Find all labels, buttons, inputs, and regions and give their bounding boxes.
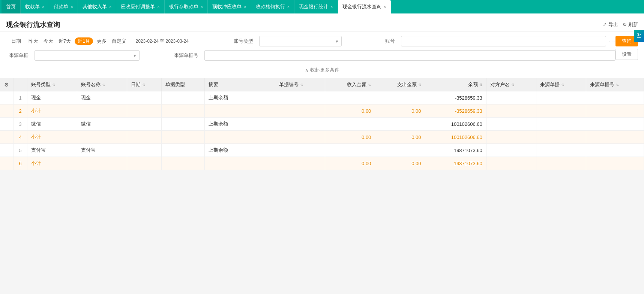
cell-income: 0.00 [325, 131, 375, 144]
th-date[interactable]: 日期⇅ [127, 78, 161, 91]
close-icon[interactable]: × [201, 4, 203, 9]
th-income[interactable]: 收入金额⇅ [325, 78, 375, 91]
th-account-type[interactable]: 账号类型⇅ [27, 78, 77, 91]
cell-balance: -3528659.33 [425, 91, 486, 104]
sort-icon: ⇅ [368, 83, 371, 87]
nav-tab-fukuandan[interactable]: 付款单 × [49, 0, 78, 13]
cell-source-doc [536, 157, 586, 170]
date-option-more[interactable]: 更多 [95, 37, 108, 45]
chevron-down-icon: ▾ [336, 39, 338, 44]
table-header-row: ⚙ 账号类型⇅ 账号名称⇅ 日期⇅ 单据类型 摘要 单据编号⇅ 收入金额⇅ 支出… [0, 78, 644, 91]
cell-doc-type [162, 144, 204, 157]
cell-counterparty [486, 118, 536, 131]
close-icon[interactable]: × [244, 4, 246, 9]
th-expense[interactable]: 支出金额⇅ [375, 78, 425, 91]
settings-button[interactable]: 设置 [615, 49, 638, 60]
close-icon[interactable]: × [109, 4, 111, 9]
cell-doc-no [275, 118, 325, 131]
nav-tab-xianjintongji[interactable]: 现金银行统计 × [294, 0, 338, 13]
date-option-today[interactable]: 今天 [42, 37, 55, 45]
close-icon[interactable]: × [330, 4, 333, 9]
cell-index: 6 [14, 157, 27, 170]
date-option-custom[interactable]: 自定义 [110, 37, 128, 45]
cell-gear [0, 144, 14, 157]
close-icon[interactable]: × [384, 4, 386, 9]
table-row: 3微信微信上期余额100102606.60 [0, 118, 644, 131]
cell-date [127, 104, 161, 118]
th-balance[interactable]: 余额⇅ [425, 78, 486, 91]
account-type-select[interactable]: ▾ [259, 36, 342, 46]
gear-icon[interactable]: ⚙ [4, 82, 9, 88]
gear-column-header[interactable]: ⚙ [0, 78, 14, 91]
th-doc-no[interactable]: 单据编号⇅ [275, 78, 325, 91]
close-icon[interactable]: × [42, 4, 44, 9]
close-icon[interactable]: × [287, 4, 290, 9]
cell-gear [0, 157, 14, 170]
cell-doc-no [275, 131, 325, 144]
data-table: ⚙ 账号类型⇅ 账号名称⇅ 日期⇅ 单据类型 摘要 单据编号⇅ 收入金额⇅ 支出… [0, 78, 644, 170]
nav-tab-yingshoutiaozheng[interactable]: 应收应付调整单 × [116, 0, 164, 13]
cell-income [325, 91, 375, 104]
cell-doc-type [162, 131, 204, 144]
sort-icon: ⇅ [616, 83, 619, 87]
th-source-doc-no[interactable]: 来源单据号⇅ [586, 78, 644, 91]
th-doc-type: 单据类型 [162, 78, 204, 91]
th-account-name[interactable]: 账号名称⇅ [77, 78, 127, 91]
export-icon: ↗ [603, 22, 607, 27]
cell-account-type: 微信 [27, 118, 77, 131]
cell-source-doc [536, 118, 586, 131]
date-option-yesterday[interactable]: 昨天 [27, 37, 40, 45]
th-counterparty[interactable]: 对方户名⇅ [486, 78, 536, 91]
th-source-doc[interactable]: 来源单据⇅ [536, 78, 586, 91]
source-doc-label: 来源单据 [6, 52, 29, 59]
account-input[interactable] [401, 36, 606, 46]
cell-date [127, 157, 161, 170]
cell-account-type: 现金 [27, 91, 77, 104]
cell-balance: 100102606.60 [425, 131, 486, 144]
cell-source-doc-no [586, 104, 644, 118]
close-icon[interactable]: × [71, 4, 73, 9]
nav-tab-yinhangcunqukuan[interactable]: 银行存取款单 × [165, 0, 208, 13]
collapse-icon: ∧ [305, 67, 309, 73]
cell-index: 4 [14, 131, 27, 144]
source-doc-no-input[interactable] [204, 50, 615, 61]
source-doc-select[interactable]: ▾ [35, 50, 140, 61]
cell-source-doc-no [586, 131, 644, 144]
date-option-7days[interactable]: 近7天 [57, 37, 72, 45]
table-row: 1现金现金上期余额-3528659.33 [0, 91, 644, 104]
cell-date [127, 91, 161, 104]
cell-index: 2 [14, 104, 27, 118]
cell-account-type: 支付宝 [27, 144, 77, 157]
cell-summary: 上期余额 [204, 91, 275, 104]
export-button[interactable]: ↗ 导出 [603, 21, 618, 28]
nav-tab-shoukuanhexiao[interactable]: 收款核销执行 × [251, 0, 294, 13]
more-options-icon[interactable]: ··· [609, 39, 615, 44]
cell-summary [204, 157, 275, 170]
refresh-button[interactable]: ↻ 刷新 [623, 21, 638, 28]
cell-counterparty [486, 91, 536, 104]
table-row: 2小计0.000.00-3528659.33 [0, 104, 644, 118]
cell-counterparty [486, 157, 536, 170]
cell-income [325, 118, 375, 131]
ai-panel[interactable]: Ai [634, 30, 644, 42]
close-icon[interactable]: × [157, 4, 159, 9]
cell-source-doc-no [586, 144, 644, 157]
collapse-bar[interactable]: ∧ 收起更多条件 [6, 67, 638, 73]
cell-account-type: 小计 [27, 131, 77, 144]
filter-area: 日期 昨天 今天 近7天 近1月 更多 自定义 2023-02-24 至 202… [0, 31, 644, 78]
nav-tab-shoukuandan[interactable]: 收款单 × [21, 0, 49, 13]
cell-counterparty [486, 131, 536, 144]
nav-tab-qitashouru[interactable]: 其他收入单 × [78, 0, 116, 13]
nav-home[interactable]: 首页 [2, 0, 21, 13]
cell-expense [375, 118, 425, 131]
cell-source-doc [536, 91, 586, 104]
cell-expense: 0.00 [375, 104, 425, 118]
table-body: 1现金现金上期余额-3528659.332小计0.000.00-3528659.… [0, 91, 644, 170]
nav-tab-liushuichaxun[interactable]: 现金银行流水查询 × [338, 0, 391, 13]
nav-tab-yushouchong[interactable]: 预收冲应收单 × [208, 0, 251, 13]
cell-account-name [77, 131, 127, 144]
cell-summary: 上期余额 [204, 144, 275, 157]
cell-index: 5 [14, 144, 27, 157]
date-option-1month[interactable]: 近1月 [75, 37, 93, 45]
cell-source-doc-no [586, 157, 644, 170]
